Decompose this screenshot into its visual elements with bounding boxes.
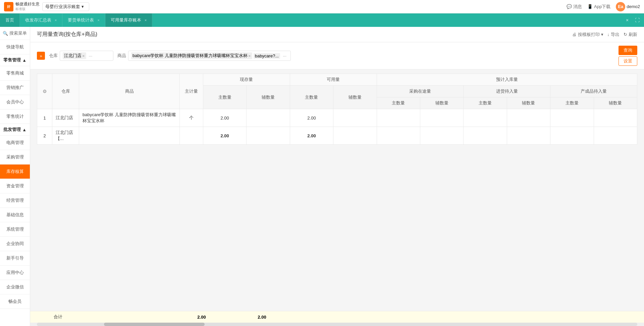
vip-label: 畅会员	[8, 298, 21, 305]
industry-selector[interactable]: 母婴行业演示账套 ▾	[42, 2, 89, 11]
sidebar-item-app-center[interactable]: 应用中心	[0, 266, 30, 280]
product-tag-1-remove[interactable]: ×	[248, 53, 251, 58]
col-warehouse-header: 仓库	[52, 74, 79, 109]
row1-inbound-aux	[507, 109, 550, 127]
row2-finished-main	[550, 127, 594, 145]
footer-avail-main: 2.00	[247, 315, 277, 320]
sidebar-item-marketing[interactable]: 营销推广	[0, 81, 30, 95]
sidebar-item-enterprise-wechat[interactable]: 企业微信	[0, 280, 30, 294]
product-dots[interactable]: ···	[281, 53, 288, 58]
sidebar-item-basic-info[interactable]: 基础信息	[0, 208, 30, 222]
app-logo: 好	[4, 2, 13, 11]
inventory-label: 库存核算	[6, 169, 24, 175]
expand-icon: »	[40, 53, 42, 58]
content-area: 可用量查询(按仓库+商品) 🖨 按模板打印 ▾ ↓ 导出 ↻ 刷新	[30, 27, 644, 326]
table-row: 1 江北门店 babycare学饮杯 儿童防摔防撞吸管杯重力球吸嘴杯宝宝水杯 个…	[37, 109, 637, 127]
sidebar-item-system[interactable]: 系统管理	[0, 222, 30, 237]
row2-avail-main: 2.00	[290, 127, 333, 145]
nav-spacer	[152, 13, 621, 27]
row1-warehouse: 江北门店	[52, 109, 79, 127]
sidebar-item-inventory[interactable]: 库存核算	[0, 165, 30, 179]
maximize-button[interactable]: ⛶	[633, 16, 641, 24]
product-input[interactable]: babycare学饮杯 儿童防摔防撞吸管杯重力球吸嘴杯宝宝水杯 × babyca…	[128, 51, 291, 61]
sidebar-item-vip[interactable]: 畅会员	[0, 294, 30, 309]
scroll-bar-area[interactable]	[30, 323, 644, 326]
tab-home[interactable]: 首页	[0, 13, 20, 27]
row1-avail-aux	[333, 109, 377, 127]
col-stock-main-header: 主数量	[203, 86, 247, 109]
sidebar-item-finance[interactable]: 资金管理	[0, 179, 30, 193]
table-settings-icon[interactable]: ⚙	[41, 87, 49, 95]
logo-sub: 标准版	[15, 7, 40, 11]
user-area[interactable]: Ea demo2	[616, 2, 640, 11]
col-planned-header: 预计入库量	[377, 74, 637, 86]
product-filter-label: 商品	[117, 53, 126, 59]
sidebar-item-member[interactable]: 会员中心	[0, 95, 30, 109]
col-settings-header[interactable]: ⚙	[37, 74, 52, 109]
row2-product	[79, 127, 180, 145]
sidebar: 🔍 搜索菜单 快捷导航 零售管理 ▲ 零售商城 营销推广 会员中心 零售统计 批…	[0, 27, 30, 326]
warehouse-input[interactable]: 江北门店 × ···	[60, 51, 113, 61]
chevron-icon: ▲	[22, 58, 26, 63]
operations-label: 经营管理	[6, 197, 24, 203]
scroll-track[interactable]	[37, 323, 637, 326]
search-icon: 🔍	[3, 31, 8, 36]
row2-inbound-aux	[507, 127, 550, 145]
sidebar-item-purchase[interactable]: 采购管理	[0, 150, 30, 165]
row1-pur-aux	[420, 109, 463, 127]
message-icon: 💬	[567, 4, 572, 9]
tab-receive-summary[interactable]: 收发存汇总表 ×	[20, 13, 62, 27]
message-button[interactable]: 💬 消息	[567, 4, 582, 10]
tab-order-stats[interactable]: 要货单统计表 ×	[62, 13, 105, 27]
member-label: 会员中心	[6, 99, 24, 105]
refresh-label: 刷新	[629, 32, 637, 38]
tab-avail-close[interactable]: ×	[145, 18, 147, 22]
app-download-label: App下载	[594, 4, 610, 10]
col-avail-aux-header: 辅数量	[333, 86, 377, 109]
col-inbound-main-header: 主数量	[464, 97, 507, 109]
sidebar-item-operations[interactable]: 经营管理	[0, 193, 30, 208]
sidebar-search[interactable]: 🔍 搜索菜单	[0, 27, 30, 40]
refresh-button[interactable]: ↻ 刷新	[624, 32, 637, 38]
footer-values: 2.00 2.00	[76, 315, 637, 320]
tab-avail-inventory[interactable]: 可用量库存账本 ×	[105, 13, 152, 27]
row2-unit	[180, 127, 203, 145]
chevron-down-icon: ▾	[82, 4, 84, 9]
scroll-thumb[interactable]	[104, 323, 205, 326]
warehouse-tag-remove[interactable]: ×	[82, 53, 85, 58]
table-footer: 合计 2.00 2.00	[30, 311, 644, 323]
marketing-label: 营销推广	[6, 85, 24, 91]
expand-filter-button[interactable]: »	[37, 52, 45, 60]
row1-finished-main	[550, 109, 594, 127]
export-icon: ↓	[607, 32, 610, 37]
col-pur-aux-header: 辅数量	[420, 97, 463, 109]
print-icon: 🖨	[572, 32, 577, 37]
product-tag-2: babycare?...	[254, 53, 280, 59]
sidebar-item-quick-nav[interactable]: 快捷导航	[0, 40, 30, 54]
settings-button[interactable]: 设置	[619, 56, 637, 66]
footer-stock-main: 2.00	[186, 315, 217, 320]
row1-stock-main: 2.00	[203, 109, 247, 127]
sidebar-item-wholesale-mgmt[interactable]: 批发管理 ▲	[0, 124, 30, 136]
nav-tabs: 首页 收发存汇总表 × 要货单统计表 × 可用量库存账本 × × ⛶	[0, 13, 644, 27]
query-button[interactable]: 查询	[619, 46, 637, 55]
tab-order-close[interactable]: ×	[97, 18, 99, 22]
export-button[interactable]: ↓ 导出	[607, 32, 620, 38]
row2-avail-aux	[333, 127, 377, 145]
sidebar-item-newbie[interactable]: 新手引导	[0, 251, 30, 266]
sidebar-item-retail-stats[interactable]: 零售统计	[0, 109, 30, 124]
close-all-tabs-button[interactable]: ×	[623, 16, 631, 24]
warehouse-dots[interactable]: ···	[88, 53, 94, 58]
table-area: ⚙ 仓库 商品 主计量 现存量 可用量 预计入库量 主数量 辅数量 主数量 辅数…	[30, 69, 644, 311]
app-download-button[interactable]: 📱 App下载	[587, 4, 610, 10]
tab-receive-close[interactable]: ×	[55, 18, 57, 22]
col-inbound-aux-header: 辅数量	[507, 97, 550, 109]
sidebar-item-retail-mgmt[interactable]: 零售管理 ▲	[0, 54, 30, 66]
sidebar-item-retail-store[interactable]: 零售商城	[0, 66, 30, 81]
product-filter-field: 商品 babycare学饮杯 儿童防摔防撞吸管杯重力球吸嘴杯宝宝水杯 × bab…	[117, 51, 291, 61]
sidebar-item-ecommerce[interactable]: 电商管理	[0, 136, 30, 150]
template-print-button[interactable]: 🖨 按模板打印 ▾	[572, 32, 603, 38]
sidebar-item-enterprise-collab[interactable]: 企业协同	[0, 237, 30, 251]
template-print-label: 按模板打印	[578, 32, 600, 38]
download-icon: 📱	[587, 4, 593, 9]
